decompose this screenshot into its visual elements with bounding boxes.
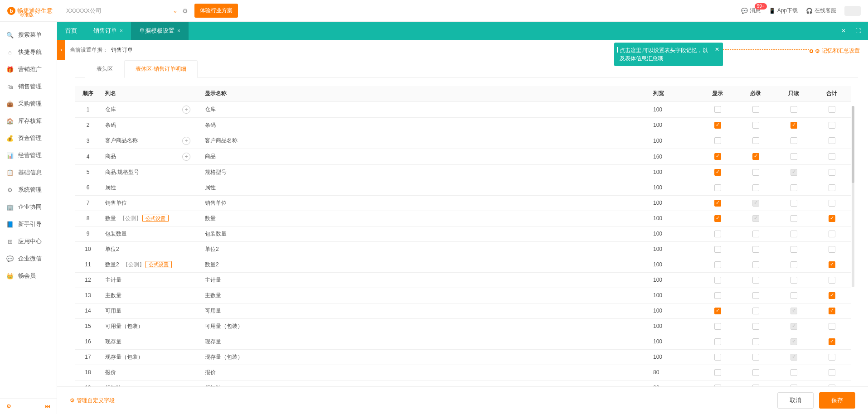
checkbox[interactable] bbox=[790, 184, 797, 191]
customer-service-link[interactable]: 🎧 在线客服 bbox=[806, 7, 836, 14]
sidebar-item-12[interactable]: ⊞应用中心 bbox=[0, 233, 57, 250]
sidebar-item-11[interactable]: 📘新手引导 bbox=[0, 216, 57, 233]
hint-close-icon[interactable]: ✕ bbox=[715, 45, 719, 53]
checkbox[interactable] bbox=[752, 106, 759, 113]
row-width[interactable]: 100 bbox=[649, 195, 698, 211]
checkbox[interactable] bbox=[714, 106, 721, 113]
sidebar-item-9[interactable]: ⚙系统管理 bbox=[0, 181, 57, 198]
tab-close-icon[interactable]: × bbox=[177, 28, 180, 34]
row-display[interactable]: 包装数量 bbox=[200, 226, 649, 241]
sidebar-item-2[interactable]: 🎁营销推广 bbox=[0, 61, 57, 78]
checkbox[interactable] bbox=[714, 369, 721, 376]
checkbox[interactable] bbox=[752, 369, 759, 376]
tab-close-icon[interactable]: × bbox=[120, 28, 123, 34]
row-width[interactable]: 100 bbox=[649, 349, 698, 365]
row-display[interactable]: 仓库 bbox=[200, 101, 649, 117]
checkbox[interactable] bbox=[829, 184, 835, 191]
checkbox[interactable] bbox=[752, 137, 759, 144]
sidebar-item-5[interactable]: 🏠库存核算 bbox=[0, 112, 57, 130]
sidebar-item-13[interactable]: 💬企业微信 bbox=[0, 250, 57, 267]
checkbox[interactable] bbox=[829, 122, 835, 129]
row-display[interactable]: 主数量 bbox=[200, 288, 649, 303]
sidebar-item-6[interactable]: 💰资金管理 bbox=[0, 130, 57, 147]
user-avatar[interactable] bbox=[844, 6, 861, 16]
messages-link[interactable]: 💬 消息 99+ bbox=[741, 7, 761, 14]
save-button[interactable]: 保存 bbox=[819, 392, 855, 409]
row-display[interactable]: 销售单位 bbox=[200, 195, 649, 211]
checkbox[interactable] bbox=[790, 137, 797, 144]
row-width[interactable]: 100 bbox=[649, 257, 698, 272]
checkbox[interactable] bbox=[752, 292, 759, 299]
checkbox[interactable] bbox=[829, 277, 835, 284]
sidebar-item-7[interactable]: 📊经营管理 bbox=[0, 147, 57, 164]
row-width[interactable]: 100 bbox=[649, 164, 698, 180]
checkbox[interactable] bbox=[829, 106, 835, 113]
app-download-link[interactable]: 📱 App下载 bbox=[769, 7, 798, 14]
checkbox[interactable] bbox=[829, 231, 835, 237]
checkbox[interactable] bbox=[752, 323, 759, 330]
row-width[interactable]: 160 bbox=[649, 149, 698, 164]
scrollbar-thumb[interactable] bbox=[852, 106, 854, 183]
row-display[interactable]: 客户商品名称 bbox=[200, 133, 649, 149]
grid-scroll[interactable]: 顺序 列名 显示名称 列宽 显示 必录 只读 合计 1仓库+仓库1002条码条码… bbox=[75, 86, 855, 386]
checkbox[interactable] bbox=[714, 169, 721, 176]
row-display[interactable]: 现存量（包装） bbox=[200, 349, 649, 365]
row-width[interactable]: 100 bbox=[649, 334, 698, 349]
trial-plan-button[interactable]: 体验行业方案 bbox=[194, 4, 238, 18]
row-display[interactable]: 数量 bbox=[200, 211, 649, 226]
row-display[interactable]: 现存量 bbox=[200, 334, 649, 349]
add-icon[interactable]: + bbox=[182, 153, 190, 161]
tab-close-all-icon[interactable]: ✕ bbox=[837, 24, 850, 37]
sidebar-item-0[interactable]: 🔍搜索菜单 bbox=[0, 26, 57, 43]
manage-custom-fields-link[interactable]: ⚙ 管理自定义字段 bbox=[70, 397, 115, 404]
sidebar-collapse-icon[interactable]: ⏮ bbox=[45, 403, 50, 409]
formula-link[interactable]: 公式设置 bbox=[142, 215, 169, 222]
checkbox[interactable] bbox=[829, 215, 835, 222]
row-width[interactable]: 100 bbox=[649, 241, 698, 257]
checkbox[interactable] bbox=[714, 246, 721, 253]
sidebar-item-1[interactable]: ⌂快捷导航 bbox=[0, 43, 57, 61]
checkbox[interactable] bbox=[829, 153, 835, 160]
checkbox[interactable] bbox=[829, 246, 835, 253]
checkbox[interactable] bbox=[752, 169, 759, 176]
main-tab-2[interactable]: 单据模板设置× bbox=[131, 22, 189, 40]
checkbox[interactable] bbox=[752, 153, 759, 160]
sidebar-item-3[interactable]: 🛍销售管理 bbox=[0, 78, 57, 95]
row-display[interactable]: 可用量（包装） bbox=[200, 318, 649, 334]
row-display[interactable]: 可用量 bbox=[200, 303, 649, 318]
cancel-button[interactable]: 取消 bbox=[777, 392, 814, 409]
row-width[interactable]: 100 bbox=[649, 303, 698, 318]
settings-icon[interactable]: ⚙ bbox=[182, 7, 188, 14]
row-display[interactable]: 报价 bbox=[200, 365, 649, 380]
checkbox[interactable] bbox=[790, 246, 797, 253]
row-display[interactable]: 规格型号 bbox=[200, 164, 649, 180]
checkbox[interactable] bbox=[714, 277, 721, 284]
tab-expand-icon[interactable]: ⛶ bbox=[852, 24, 864, 37]
checkbox[interactable] bbox=[829, 292, 835, 299]
sidebar-item-14[interactable]: 👑畅会员 bbox=[0, 267, 57, 284]
checkbox[interactable] bbox=[752, 184, 759, 191]
checkbox[interactable] bbox=[829, 261, 835, 268]
checkbox[interactable] bbox=[752, 231, 759, 237]
checkbox[interactable] bbox=[829, 369, 835, 376]
add-icon[interactable]: + bbox=[182, 106, 190, 114]
checkbox[interactable] bbox=[829, 354, 835, 361]
checkbox[interactable] bbox=[790, 153, 797, 160]
sidebar-settings-icon[interactable]: ⚙ bbox=[6, 403, 11, 409]
checkbox[interactable] bbox=[714, 323, 721, 330]
checkbox[interactable] bbox=[714, 338, 721, 345]
row-width[interactable]: 100 bbox=[649, 133, 698, 149]
company-select[interactable]: XXXXXX公司 ⌄ bbox=[66, 7, 179, 15]
checkbox[interactable] bbox=[829, 137, 835, 144]
memory-summary-link[interactable]: ⚙ 记忆和汇总设置 bbox=[810, 47, 860, 55]
row-display[interactable]: 属性 bbox=[200, 180, 649, 195]
row-display[interactable]: 条码 bbox=[200, 117, 649, 133]
row-width[interactable]: 80 bbox=[649, 365, 698, 380]
checkbox[interactable] bbox=[790, 122, 797, 129]
checkbox[interactable] bbox=[714, 261, 721, 268]
checkbox[interactable] bbox=[714, 200, 721, 207]
section-tab-1[interactable]: 表体区-销售订单明细 bbox=[124, 60, 198, 78]
row-display[interactable]: 数量2 bbox=[200, 257, 649, 272]
checkbox[interactable] bbox=[714, 153, 721, 160]
row-width[interactable]: 100 bbox=[649, 101, 698, 117]
